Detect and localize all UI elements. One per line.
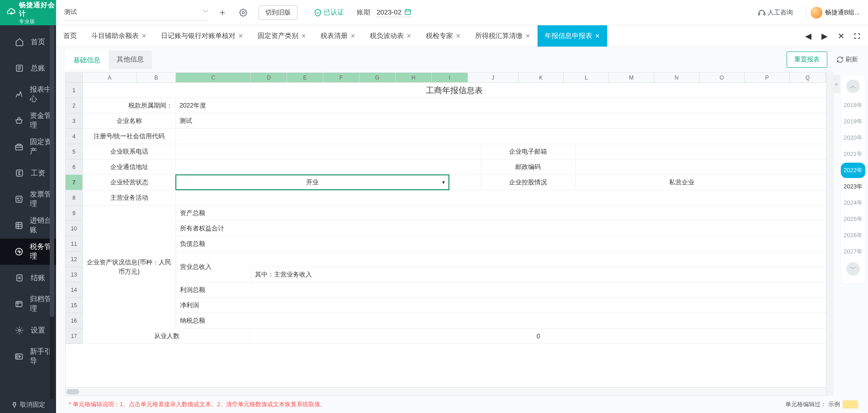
year-2021年[interactable]: 2021年 (841, 146, 865, 162)
spreadsheet[interactable]: ABCDEFGHIJKLMNOPQ 1工商年报信息表2税款所属期间：2022年度… (65, 72, 826, 396)
sidebar-scrollbar[interactable] (50, 25, 54, 399)
tab-2[interactable]: 日记账与银行对账单核对✕ (154, 25, 250, 47)
row-5[interactable]: 5企业联系电话企业电子邮箱 (66, 144, 826, 160)
fullscreen-icon[interactable] (849, 25, 865, 47)
sidebar-item-11[interactable]: 设置 (0, 317, 56, 343)
sidebar-item-7[interactable]: 进销台账 (0, 212, 56, 239)
row-header[interactable]: 13 (66, 267, 83, 282)
col-header-I[interactable]: I (432, 73, 468, 82)
tab-6[interactable]: 税检专家✕ (419, 25, 468, 47)
tab-close-icon[interactable]: ✕ (301, 33, 306, 39)
col-header-G[interactable]: G (359, 73, 396, 82)
tabs-close-icon[interactable]: ✕ (833, 25, 849, 47)
row-header[interactable]: 10 (66, 221, 83, 236)
col-header-Q[interactable]: Q (790, 73, 826, 82)
unpin-button[interactable]: 取消固定 (0, 397, 56, 413)
tab-close-icon[interactable]: ✕ (238, 33, 243, 39)
row-header[interactable]: 16 (66, 313, 83, 329)
sidebar-item-5[interactable]: 工资 (0, 160, 56, 186)
col-header-P[interactable]: P (745, 73, 790, 82)
row-11[interactable]: 11负债总额 (66, 236, 826, 252)
select-all-corner[interactable] (66, 73, 83, 82)
col-header-D[interactable]: D (251, 73, 287, 82)
switch-old-button[interactable]: 切到旧版 (259, 5, 297, 20)
row-3[interactable]: 3企业名称测试 (66, 113, 826, 129)
tab-0[interactable]: 首页 (56, 25, 84, 47)
year-2026年[interactable]: 2026年 (841, 228, 865, 243)
tab-close-icon[interactable]: ✕ (350, 33, 355, 39)
col-header-A[interactable]: A (83, 73, 137, 82)
row-1[interactable]: 1工商年报信息表 (66, 83, 826, 98)
row-header[interactable]: 3 (66, 113, 83, 129)
row-header[interactable]: 6 (66, 160, 83, 175)
tab-4[interactable]: 税表清册✕ (313, 25, 363, 47)
sheet-hscroll[interactable] (66, 387, 826, 395)
settings-icon[interactable] (236, 5, 250, 20)
row-4[interactable]: 4注册号/统一社会信用代码 (66, 129, 826, 144)
reset-report-button[interactable]: 重置报表 (787, 52, 827, 68)
row-7[interactable]: 7企业经营状态开业▼企业控股情况私营企业 (66, 175, 826, 190)
sheet-vscroll[interactable] (826, 72, 834, 396)
col-header-K[interactable]: K (519, 73, 564, 82)
row-10[interactable]: 10所有者权益合计 (66, 221, 826, 236)
year-prev-icon[interactable]: ︿ (846, 80, 860, 93)
row-header[interactable]: 1 (66, 83, 83, 98)
row-6[interactable]: 6企业通信地址邮政编码 (66, 160, 826, 175)
sidebar-item-1[interactable]: 总账 (0, 55, 56, 81)
period-picker[interactable]: 2023-02 (377, 8, 411, 17)
tab-8[interactable]: 年报信息申报表✕ (538, 25, 607, 47)
year-2023年[interactable]: 2023年 (841, 179, 865, 194)
tabs-prev-icon[interactable]: ◀ (800, 25, 816, 47)
sidebar-item-2[interactable]: 报表中心 (0, 81, 56, 108)
col-header-B[interactable]: B (137, 73, 176, 82)
year-2027年[interactable]: 2027年 (841, 244, 865, 259)
row-header[interactable]: 9 (66, 206, 83, 221)
tab-close-icon[interactable]: ✕ (595, 33, 600, 39)
add-icon[interactable] (215, 5, 230, 20)
row-header[interactable]: 2 (66, 98, 83, 113)
col-header-O[interactable]: O (699, 73, 745, 82)
row-header[interactable]: 17 (66, 329, 83, 344)
col-header-E[interactable]: E (287, 73, 323, 82)
sidebar-item-10[interactable]: 归档管理 (0, 291, 56, 317)
user-menu[interactable]: 畅捷通B组... (811, 7, 860, 19)
sidebar-item-12[interactable]: 新手引导 (0, 343, 56, 370)
tabs-next-icon[interactable]: ▶ (816, 25, 833, 47)
year-2025年[interactable]: 2025年 (841, 211, 865, 227)
refresh-button[interactable]: 刷新 (836, 56, 858, 64)
row-9[interactable]: 9资产总额 (66, 206, 826, 221)
tab-close-icon[interactable]: ✕ (406, 33, 411, 39)
row-15[interactable]: 15净利润 (66, 298, 826, 313)
row-header[interactable]: 7 (66, 175, 83, 190)
row-8[interactable]: 8主营业务活动 (66, 190, 826, 206)
row-header[interactable]: 5 (66, 144, 83, 160)
status-dropdown[interactable]: 开业▼ (175, 174, 449, 190)
row-header[interactable]: 4 (66, 129, 83, 144)
sidebar-item-6[interactable]: 发票管理 (0, 186, 56, 212)
row-2[interactable]: 2税款所属期间：2022年度 (66, 98, 826, 113)
year-next-icon[interactable]: ﹀ (846, 262, 860, 276)
row-16[interactable]: 16纳税总额 (66, 313, 826, 329)
col-header-H[interactable]: H (396, 73, 432, 82)
row-14[interactable]: 14利润总额 (66, 282, 826, 298)
year-2019年[interactable]: 2019年 (841, 114, 865, 129)
year-2020年[interactable]: 2020年 (841, 130, 865, 145)
year-2022年[interactable]: 2022年 (841, 163, 865, 178)
col-header-L[interactable]: L (564, 73, 609, 82)
col-header-M[interactable]: M (609, 73, 654, 82)
tab-7[interactable]: 所得税汇算清缴✕ (468, 25, 538, 47)
tab-1[interactable]: 斗目辅助余额表✕ (84, 25, 154, 47)
row-header[interactable]: 15 (66, 298, 83, 313)
sidebar-item-0[interactable]: 首页 (0, 29, 56, 55)
year-2024年[interactable]: 2024年 (841, 195, 865, 211)
row-header[interactable]: 14 (66, 282, 83, 298)
tab-3[interactable]: 固定资产类别✕ (250, 25, 313, 47)
account-selector[interactable]: 测试 ﹀ (64, 5, 209, 21)
row-header[interactable]: 12 (66, 252, 83, 267)
tab-5[interactable]: 税负波动表✕ (363, 25, 419, 47)
row-17[interactable]: 17从业人数0 (66, 329, 826, 344)
tab-close-icon[interactable]: ✕ (525, 33, 530, 39)
subtab-other[interactable]: 其他信息 (108, 51, 152, 69)
col-header-J[interactable]: J (468, 73, 519, 82)
col-header-N[interactable]: N (654, 73, 699, 82)
